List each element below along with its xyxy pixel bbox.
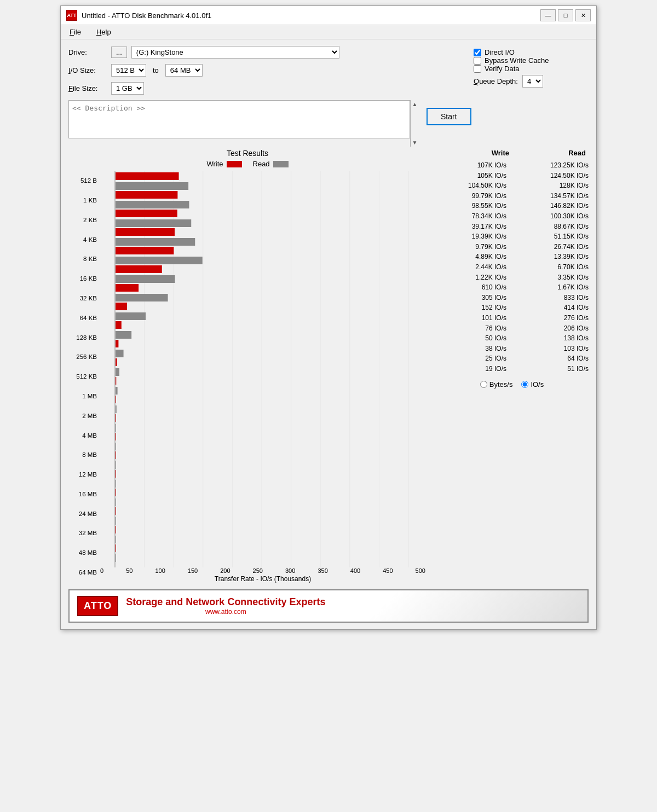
atto-text-block: Storage and Network Connectivity Experts…	[126, 596, 325, 616]
io-size-from-select[interactable]: 512 B	[111, 64, 146, 77]
menu-help-label: Help	[96, 28, 111, 36]
table-row: 50 IO/s138 IO/s	[435, 333, 589, 344]
row-write-val: 107K IO/s	[435, 160, 506, 171]
y-axis-label: 1 KB	[68, 192, 97, 210]
window-controls: — □ ✕	[540, 9, 591, 21]
start-button[interactable]: Start	[427, 108, 471, 125]
direct-io-checkbox[interactable]	[474, 49, 481, 56]
verify-data-row: Verify Data	[474, 65, 520, 73]
menu-help[interactable]: Help	[92, 26, 116, 38]
svg-rect-25	[116, 303, 127, 310]
row-write-val: 2.44K IO/s	[435, 262, 506, 272]
svg-rect-12	[116, 182, 188, 190]
row-read-val: 146.82K IO/s	[517, 201, 589, 211]
verify-data-checkbox[interactable]	[474, 65, 481, 73]
row-read-val: 414 IO/s	[517, 303, 589, 313]
y-axis-label: 4 KB	[68, 230, 97, 249]
table-row: 2.44K IO/s6.70K IO/s	[435, 262, 589, 272]
io-size-to-select[interactable]: 64 MB	[165, 64, 203, 77]
direct-io-label[interactable]: Direct I/O	[485, 48, 515, 56]
y-axis-label: 32 MB	[68, 524, 97, 543]
file-size-select[interactable]: 1 GB	[111, 82, 144, 95]
minimize-button[interactable]: —	[540, 9, 556, 21]
col-read-header: Read	[515, 149, 586, 157]
row-read-val: 124.50K IO/s	[517, 171, 589, 181]
svg-rect-27	[116, 321, 122, 329]
svg-rect-38	[116, 424, 116, 432]
drive-select[interactable]: (G:) KingStone	[131, 46, 339, 59]
table-row: 105K IO/s124.50K IO/s	[435, 171, 589, 181]
row-read-val: 206 IO/s	[517, 323, 589, 334]
menu-file-label: File	[70, 28, 81, 36]
drive-label: Drive:	[68, 48, 107, 56]
ios-radio[interactable]	[521, 381, 528, 388]
bypass-cache-checkbox[interactable]	[474, 57, 481, 65]
legend-read-color	[273, 161, 289, 167]
window-title: Untitled - ATTO Disk Benchmark 4.01.0f1	[82, 11, 211, 20]
row-read-val: 134.57K IO/s	[517, 191, 589, 201]
verify-data-label[interactable]: Verify Data	[485, 65, 520, 73]
bytes-radio-label[interactable]: Bytes/s	[480, 380, 513, 388]
bypass-cache-label[interactable]: Bypass Write Cache	[485, 56, 549, 65]
svg-rect-16	[116, 219, 191, 227]
bypass-cache-row: Bypass Write Cache	[474, 56, 549, 65]
svg-rect-35	[116, 396, 116, 403]
svg-rect-44	[116, 480, 116, 488]
x-axis-title: Transfer Rate - IO/s (Thousands)	[99, 575, 427, 583]
queue-depth-select[interactable]: 4	[522, 75, 543, 88]
bytes-radio[interactable]	[480, 381, 487, 388]
row-read-val: 13.39K IO/s	[517, 252, 589, 262]
x-axis-tick: 100	[155, 567, 165, 574]
table-row: 19 IO/s51 IO/s	[435, 364, 589, 374]
svg-rect-11	[116, 172, 179, 180]
direct-io-row: Direct I/O	[474, 48, 515, 56]
left-settings: Drive: ... (G:) KingStone I/O Size: 512 …	[68, 46, 463, 100]
description-textarea[interactable]	[68, 100, 410, 138]
ios-radio-label[interactable]: IO/s	[521, 380, 544, 388]
y-axis-label: 12 MB	[68, 466, 97, 484]
io-size-label: I/O Size:	[68, 66, 107, 74]
row-write-val: 39.17K IO/s	[435, 222, 506, 232]
svg-rect-24	[116, 294, 168, 301]
svg-rect-40	[116, 443, 116, 450]
table-row: 152 IO/s414 IO/s	[435, 303, 589, 313]
close-button[interactable]: ✕	[575, 9, 591, 21]
svg-rect-39	[116, 433, 116, 440]
legend-write-label: Write	[206, 160, 223, 168]
y-axis-label: 16 KB	[68, 270, 97, 288]
svg-rect-18	[116, 238, 195, 246]
y-axis-label: 2 MB	[68, 407, 97, 425]
y-axis-label: 512 B	[68, 172, 97, 190]
x-axis-tick: 300	[285, 567, 295, 574]
row-write-val: 9.79K IO/s	[435, 242, 506, 252]
y-axis-label: 48 MB	[68, 544, 97, 562]
start-section: Start	[427, 100, 471, 125]
drive-browse-button[interactable]: ...	[111, 47, 127, 58]
svg-rect-34	[116, 387, 118, 395]
menu-file[interactable]: File	[65, 26, 85, 38]
row-read-val: 88.67K IO/s	[517, 222, 589, 232]
svg-rect-52	[116, 554, 116, 562]
svg-rect-45	[116, 489, 116, 496]
svg-rect-22	[116, 275, 175, 283]
right-settings: Direct I/O Bypass Write Cache Verify Dat…	[463, 46, 589, 100]
row-write-val: 25 IO/s	[435, 353, 506, 364]
title-bar: ATT Untitled - ATTO Disk Benchmark 4.01.…	[61, 6, 596, 25]
svg-rect-43	[116, 470, 116, 478]
svg-rect-32	[116, 368, 119, 376]
app-icon: ATT	[66, 10, 77, 21]
units-row: Bytes/s IO/s	[435, 380, 589, 388]
scroll-down-arrow[interactable]: ▼	[412, 140, 418, 146]
chart-svg	[99, 171, 427, 567]
maximize-button[interactable]: □	[558, 9, 573, 21]
svg-rect-36	[116, 405, 117, 413]
table-row: 78.34K IO/s100.30K IO/s	[435, 211, 589, 222]
drive-row: Drive: ... (G:) KingStone	[68, 46, 463, 59]
row-write-val: 76 IO/s	[435, 323, 506, 334]
row-write-val: 99.79K IO/s	[435, 191, 506, 201]
scroll-up-arrow[interactable]: ▲	[412, 101, 418, 107]
x-axis-tick: 400	[350, 567, 360, 574]
chart-with-labels: 512 B1 KB2 KB4 KB8 KB16 KB32 KB64 KB128 …	[68, 171, 427, 583]
data-table: Write Read 107K IO/s123.25K IO/s105K IO/…	[435, 149, 589, 583]
test-results-title: Test Results	[68, 149, 427, 158]
